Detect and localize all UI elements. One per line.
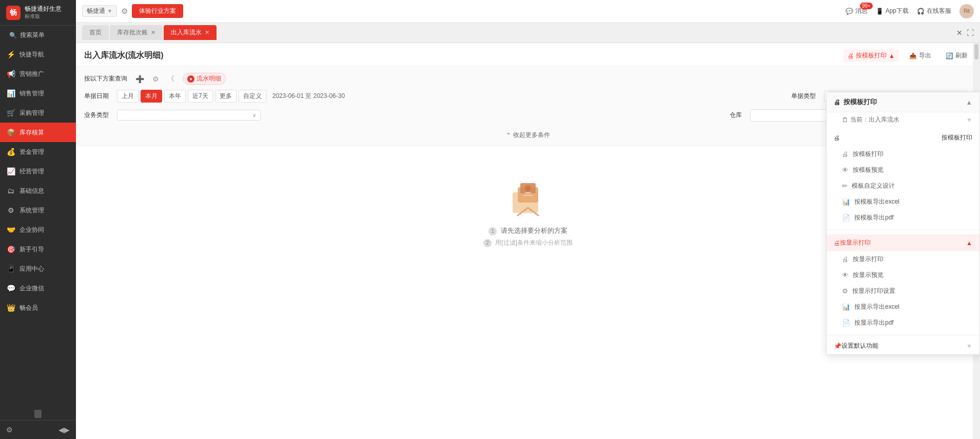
sidebar-item-purchase[interactable]: 🛒 采购管理 — [0, 103, 76, 123]
display-preview-item[interactable]: 👁 按显示预览 — [827, 267, 979, 283]
sidebar-item-system[interactable]: ⚙ 系统管理 — [0, 201, 76, 220]
page-actions: 🖨 按模板打印 ▲ 📤 导出 🔄 刷新 — [844, 49, 972, 62]
display-excel-icon: 📊 — [842, 303, 850, 311]
dropdown-divider — [827, 230, 979, 230]
date-7days-btn[interactable]: 近7天 — [188, 90, 213, 103]
date-this-year-btn[interactable]: 本年 — [164, 90, 186, 103]
topbar-gear-icon[interactable]: ⚙ — [121, 7, 128, 16]
excel-item-icon: 📊 — [842, 198, 850, 206]
set-default-arrow: ▼ — [966, 343, 972, 350]
scroll-thumb[interactable] — [974, 44, 978, 59]
purchase-icon: 🛒 — [6, 108, 15, 117]
page-title: 出入库流水(流水明细) — [84, 50, 164, 61]
tabbar: 首页 库存批次账 ✕ 出入库流水 ✕ ✕ ⛶ — [76, 23, 980, 43]
download-icon: 📱 — [876, 8, 884, 15]
sidebar-item-enterprise[interactable]: 🤝 企业协同 — [0, 220, 76, 240]
filter-row-1: 按以下方案查询 ➕ ⚙ 《 ● 流水明细 — [84, 73, 972, 85]
tab-close-inventory-batch[interactable]: ✕ — [151, 29, 155, 36]
member-icon: 👑 — [6, 303, 15, 312]
tab-inventory-batch[interactable]: 库存批次账 ✕ — [110, 25, 163, 40]
filter-add-icon[interactable]: ➕ — [135, 75, 144, 83]
settings-footer-icon[interactable]: ⚙ — [6, 426, 13, 434]
sidebar-item-appstore[interactable]: 📱 应用中心 — [0, 259, 76, 278]
online-service-button[interactable]: 🎧 在线客服 — [917, 7, 951, 15]
date-more-btn[interactable]: 更多 — [215, 90, 237, 103]
template-print-button[interactable]: 🖨 按模板打印 ▲ — [844, 49, 899, 62]
app-download-button[interactable]: 📱 App下载 — [876, 7, 909, 15]
sidebar-item-basic[interactable]: 🗂 基础信息 — [0, 181, 76, 201]
tab-close-warehouse-flow[interactable]: ✕ — [205, 29, 209, 36]
warehouse-label: 仓库 — [730, 111, 742, 119]
set-default-btn[interactable]: 📌 设置默认功能 ▼ — [827, 337, 979, 354]
sidebar-item-quick-nav[interactable]: ⚡ 快捷导航 — [0, 45, 76, 64]
svg-rect-5 — [523, 195, 533, 196]
display-print-settings-item[interactable]: ⚙ 按显示打印设置 — [827, 283, 979, 299]
collapse-sidebar-icon[interactable]: ◀▶ — [58, 426, 70, 434]
set-default-icon: 📌 — [834, 343, 841, 350]
sidebar-search[interactable]: 🔍 搜索菜单 — [0, 26, 76, 45]
filter-tag[interactable]: ● 流水明细 — [183, 73, 226, 85]
biz-type-select[interactable]: ∨ — [117, 110, 261, 121]
trial-button[interactable]: 体验行业方案 — [132, 4, 183, 18]
sidebar-item-operations[interactable]: 📈 经营管理 — [0, 162, 76, 181]
message-badge: 99+ — [860, 3, 873, 9]
doc-type-label: 单据类型 — [791, 92, 816, 101]
display-export-pdf-item[interactable]: 📄 按显示导出pdf — [827, 315, 979, 331]
date-last-month-btn[interactable]: 上月 — [117, 90, 139, 103]
display-settings-icon: ⚙ — [842, 287, 848, 295]
display-export-excel-item[interactable]: 📊 按显示导出excel — [827, 299, 979, 315]
refresh-button[interactable]: 🔄 刷新 — [942, 49, 972, 62]
sidebar-item-marketing[interactable]: 📢 营销推广 — [0, 64, 76, 84]
filter-collapse-icon[interactable]: 《 — [167, 74, 174, 84]
svg-point-3 — [525, 185, 531, 191]
display-print-header[interactable]: 🖨 按显示打印 ▲ — [827, 234, 979, 251]
message-button[interactable]: 💬 消息 99+ — [846, 7, 868, 15]
message-icon: 💬 — [846, 8, 853, 15]
template-preview-item[interactable]: 👁 按模板预览 — [827, 162, 979, 178]
tab-warehouse-flow[interactable]: 出入库流水 ✕ — [164, 25, 217, 40]
template-export-pdf-item[interactable]: 📄 按模板导出pdf — [827, 210, 979, 226]
logo-badge: 标准版 — [25, 13, 62, 20]
sidebar-item-guide[interactable]: 🎯 新手引导 — [0, 240, 76, 259]
biz-type-label: 业务类型 — [84, 111, 109, 119]
sidebar-scroll-up[interactable] — [34, 410, 42, 418]
quick-nav-icon: ⚡ — [6, 50, 15, 59]
sidebar-item-inventory[interactable]: 📦 库存核算 — [0, 123, 76, 142]
logo-icon: 畅 — [6, 6, 21, 20]
dropdown-title: 🖨 按模板打印 — [834, 97, 877, 107]
tab-expand-icon[interactable]: ⛶ — [967, 29, 974, 37]
user-avatar[interactable]: Rit — [959, 4, 974, 18]
topbar: 畅捷通 ▼ ⚙ 体验行业方案 💬 消息 99+ 📱 App下载 🎧 在线客服 R… — [76, 0, 980, 23]
finance-icon: 💰 — [6, 147, 15, 156]
empty-illustration — [502, 177, 554, 218]
dropdown-divider-2 — [827, 335, 979, 335]
dropdown-chevron-up[interactable]: ▲ — [966, 98, 972, 106]
template-print-header[interactable]: 🖨 按模板打印 — [827, 129, 979, 146]
topbar-right: 💬 消息 99+ 📱 App下载 🎧 在线客服 Rit — [846, 4, 974, 18]
template-print-item[interactable]: 🖨 按模板打印 — [827, 146, 979, 162]
template-design-item[interactable]: ✏ 模板自定义设计 — [827, 178, 979, 194]
date-custom-btn[interactable]: 自定义 — [239, 90, 266, 103]
display-print-item[interactable]: 🖨 按显示打印 — [827, 251, 979, 267]
template-export-excel-item[interactable]: 📊 按模板导出excel — [827, 194, 979, 210]
sidebar-item-sales[interactable]: 📊 销售管理 — [0, 84, 76, 103]
date-this-month-btn[interactable]: 本月 — [141, 90, 162, 103]
topbar-user[interactable]: 畅捷通 ▼ — [82, 5, 117, 17]
sidebar-item-member[interactable]: 👑 畅会员 — [0, 298, 76, 317]
print-item-icon: 🖨 — [842, 150, 849, 158]
current-arrow: ▼ — [966, 116, 972, 124]
section-print-icon: 🖨 — [834, 134, 840, 142]
display-pdf-icon: 📄 — [842, 319, 850, 327]
filter-settings-icon[interactable]: ⚙ — [152, 75, 159, 83]
tabbar-controls: ✕ ⛶ — [956, 29, 974, 37]
export-button[interactable]: 📤 导出 — [905, 49, 935, 62]
logo-name: 畅捷通好生意 — [25, 5, 62, 13]
chevron-up-icon: ▲ — [889, 52, 895, 59]
sidebar-item-wechat[interactable]: 💬 企业微信 — [0, 278, 76, 298]
tab-close-all-icon[interactable]: ✕ — [956, 29, 963, 37]
collapse-more-btn[interactable]: ⌃ 收起更多条件 — [506, 131, 550, 139]
template-print-section: 🖨 按模板打印 🖨 按模板打印 👁 按模板预览 ✏ 模板自定义设计 📊 — [827, 127, 979, 228]
sidebar-nav: ⚡ 快捷导航 📢 营销推广 📊 销售管理 🛒 采购管理 📦 库存核算 💰 资金管… — [0, 45, 76, 408]
tab-home[interactable]: 首页 — [82, 25, 109, 40]
sidebar-item-finance[interactable]: 💰 资金管理 — [0, 142, 76, 162]
